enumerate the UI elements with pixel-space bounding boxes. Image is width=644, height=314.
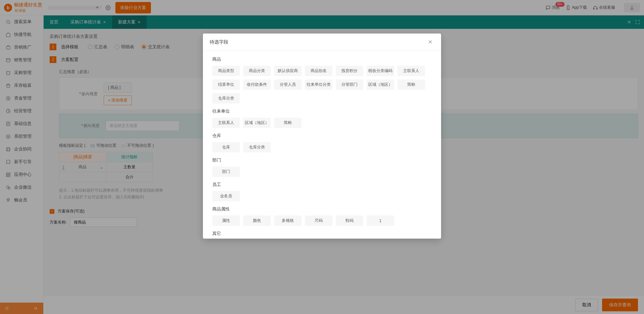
field-chip[interactable]: 颜色 [243,215,271,226]
modal-title: 待选字段 [210,39,228,45]
field-chip[interactable]: 区域（地区） [243,118,271,128]
modal-close-button[interactable]: ✕ [426,38,434,46]
field-chip[interactable]: 鞋码 [336,215,363,226]
field-chip[interactable]: 简称 [274,118,302,128]
field-chip[interactable]: 税收分类编码 [367,66,394,76]
field-chip[interactable]: 结算单位 [212,79,240,90]
field-chip[interactable]: 默认供应商 [274,66,302,76]
field-group-title: 部门 [212,157,432,163]
field-chip[interactable]: 收付款条件 [243,79,271,90]
field-chip[interactable]: 尺码 [305,215,332,226]
field-group-title: 其它 [212,231,432,237]
field-chip[interactable]: 1 [367,215,394,226]
field-chip[interactable]: 仓库 [212,142,240,152]
field-chip[interactable]: 分管人员 [274,79,302,90]
field-chip[interactable]: 主联系人 [212,118,240,128]
field-chip[interactable]: 商品类型 [212,66,240,76]
field-chip[interactable]: 拣货积分 [336,66,363,76]
field-group-5: 商品属性属性颜色多规格尺码鞋码1 [212,206,432,226]
field-group-6: 其它单据日期项目 [212,231,432,239]
field-group-0: 商品商品类型商品分类默认供应商商品别名拣货积分税收分类编码主联系人结算单位收付款… [212,56,432,104]
field-chip[interactable]: 区域（地区） [367,79,394,90]
field-group-3: 部门部门 [212,157,432,177]
field-chip[interactable]: 仓库分类 [212,93,240,104]
field-chip[interactable]: 业务员 [212,191,240,201]
field-group-title: 员工 [212,182,432,188]
field-group-title: 商品 [212,56,432,62]
field-group-4: 员工业务员 [212,182,432,201]
field-group-1: 往来单位主联系人区域（地区）简称 [212,108,432,128]
field-chip[interactable]: 多规格 [274,215,302,226]
field-chip[interactable]: 仓库分类 [243,142,271,152]
field-chip[interactable]: 简称 [397,79,425,90]
field-group-title: 商品属性 [212,206,432,212]
field-group-title: 仓库 [212,133,432,139]
field-chip[interactable]: 部门 [212,167,240,177]
field-chip[interactable]: 往来单位分类 [305,79,332,90]
field-chip[interactable]: 主联系人 [397,66,425,76]
field-chip[interactable]: 属性 [212,215,240,226]
field-chip[interactable]: 商品分类 [243,66,271,76]
field-chip[interactable]: 分管部门 [336,79,363,90]
field-group-title: 往来单位 [212,108,432,114]
field-selector-modal: 待选字段 ✕ 商品商品类型商品分类默认供应商商品别名拣货积分税收分类编码主联系人… [203,34,441,239]
field-chip[interactable]: 商品别名 [305,66,332,76]
field-group-2: 仓库仓库仓库分类 [212,133,432,152]
